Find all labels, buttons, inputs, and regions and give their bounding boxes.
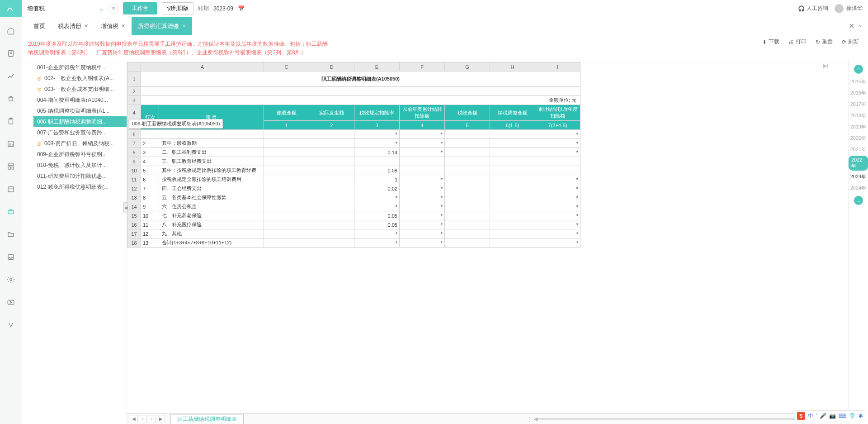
cell[interactable]	[490, 166, 535, 175]
cell[interactable]: 11	[141, 220, 159, 229]
cell[interactable]	[445, 220, 490, 229]
cell[interactable]: 金额单位: 元	[141, 96, 580, 105]
year-2015年[interactable]: 2015年	[850, 76, 866, 87]
cell[interactable]: 7(2+4-5)	[535, 121, 580, 130]
cell[interactable]: 合计(1+3+4+7+8+9+10+11+12)	[159, 238, 264, 248]
spreadsheet[interactable]: A C D E F G H I 1职工薪酬纳税调整明细表(A105050)23金…	[127, 62, 580, 248]
cell[interactable]: 税收金额	[445, 105, 490, 121]
cell[interactable]: 九、其他	[159, 229, 264, 238]
cell[interactable]	[445, 184, 490, 193]
cell[interactable]: 五、各类基本社会保障性缴款	[159, 193, 264, 202]
cell[interactable]	[159, 130, 264, 139]
sheet-nav-last-icon[interactable]: ▶	[157, 415, 165, 423]
cell[interactable]: 13	[127, 193, 141, 202]
col-header[interactable]: F	[400, 62, 445, 71]
nav-v-icon[interactable]	[0, 315, 22, 335]
cell[interactable]: *	[535, 193, 580, 202]
cell[interactable]	[490, 202, 535, 211]
cell[interactable]: 3	[127, 96, 141, 105]
cell[interactable]: 其中：按税收规定比例扣除的职工教育经费	[159, 166, 264, 175]
form-list-item[interactable]: 010-免税、减计收入及加计...	[33, 160, 127, 171]
year-2016年[interactable]: 2016年	[850, 88, 866, 98]
col-header[interactable]: C	[264, 62, 309, 71]
nav-inbox-icon[interactable]	[0, 247, 22, 267]
cell[interactable]: *	[400, 238, 445, 248]
cell[interactable]: 12	[127, 184, 141, 193]
cell[interactable]	[535, 166, 580, 175]
cell[interactable]	[490, 238, 535, 248]
product-selector[interactable]: 增值税 ⌄	[27, 5, 104, 13]
cell[interactable]	[490, 157, 535, 166]
period-value[interactable]: 2023-09	[213, 5, 233, 12]
cell[interactable]: 6	[141, 175, 159, 184]
form-list-item[interactable]: 012-减免所得税优惠明细表(...	[33, 181, 127, 192]
cell[interactable]: *	[535, 229, 580, 238]
cell[interactable]	[309, 220, 354, 229]
year-2023年[interactable]: 2023年	[850, 172, 866, 182]
ime-keyboard-icon[interactable]: ⌨	[839, 413, 846, 419]
cell[interactable]	[264, 139, 309, 148]
cell[interactable]: 11	[127, 175, 141, 184]
ime-skin-icon[interactable]: 👕	[849, 413, 856, 419]
nav-chart-icon[interactable]	[0, 66, 22, 86]
cell[interactable]: 七、补充养老保险	[159, 211, 264, 220]
year-2022年[interactable]: 2022年	[849, 156, 868, 171]
cell[interactable]: 5	[445, 121, 490, 130]
cell[interactable]	[309, 238, 354, 248]
cell[interactable]: 7	[127, 139, 141, 148]
col-header[interactable]: D	[309, 62, 354, 71]
workbench-button[interactable]: 工作台	[123, 2, 157, 14]
year-2017年[interactable]: 2017年	[850, 99, 866, 110]
cell[interactable]: *	[400, 130, 445, 139]
nav-settings-icon[interactable]	[0, 270, 22, 290]
cell[interactable]: 账载金额	[264, 105, 309, 121]
cell[interactable]	[490, 193, 535, 202]
print-button[interactable]: 🖨打印	[788, 38, 807, 46]
cell[interactable]	[490, 175, 535, 184]
cell[interactable]	[400, 157, 445, 166]
year-2019年[interactable]: 2019年	[850, 122, 866, 132]
ime-camera-icon[interactable]: 📷	[829, 413, 836, 419]
cell[interactable]: *	[400, 148, 445, 157]
ime-tool-icon[interactable]: ✱	[859, 413, 863, 419]
year-2018年[interactable]: 2018年	[850, 110, 866, 121]
cell[interactable]: *	[535, 130, 580, 139]
cell[interactable]	[264, 238, 309, 248]
cell[interactable]: *	[354, 130, 400, 139]
cell[interactable]: 0.02	[354, 184, 400, 193]
ime-lang[interactable]: 中	[808, 412, 813, 420]
tab-more-icon[interactable]: ⌄	[858, 22, 863, 30]
cell[interactable]	[354, 157, 400, 166]
nav-tax-icon[interactable]	[0, 202, 22, 222]
cell[interactable]: 3	[354, 121, 400, 130]
tab-增值税[interactable]: 增值税✕	[94, 17, 132, 35]
cell[interactable]: *	[535, 175, 580, 184]
switch-old-button[interactable]: 切到旧版	[162, 2, 193, 14]
cell[interactable]: 10	[141, 211, 159, 220]
cell[interactable]	[400, 166, 445, 175]
ime-mic-icon[interactable]: 🎤	[820, 413, 826, 419]
cell[interactable]: *	[354, 229, 400, 238]
cell[interactable]	[490, 211, 535, 220]
collapse-icon[interactable]: ≡	[108, 4, 118, 14]
col-header[interactable]: E	[354, 62, 400, 71]
cell[interactable]: 2	[141, 139, 159, 148]
cell[interactable]: 4	[141, 157, 159, 166]
cell[interactable]: *	[354, 139, 400, 148]
cell[interactable]: 17	[127, 229, 141, 238]
cell[interactable]: *	[354, 202, 400, 211]
form-list-item[interactable]: 005-纳税调整项目明细表(A1...	[33, 105, 127, 116]
cell[interactable]	[309, 148, 354, 157]
ime-toolbar[interactable]: S 中 ' 🎤 📷 ⌨ 👕 ✱	[795, 410, 865, 421]
cell[interactable]: 累计结转以后年度扣除额	[535, 105, 580, 121]
close-icon[interactable]: ✕	[182, 23, 186, 29]
cell[interactable]	[490, 130, 535, 139]
year-2020年[interactable]: 2020年	[850, 133, 866, 143]
cell[interactable]: *	[400, 175, 445, 184]
nav-clipboard-icon[interactable]	[0, 111, 22, 131]
col-header[interactable]: G	[445, 62, 490, 71]
form-list-item[interactable]: 004-期间费用明细表(A1040...	[33, 95, 127, 105]
cell[interactable]	[445, 193, 490, 202]
collapse-panel-handle[interactable]: ◀	[123, 202, 128, 213]
cell[interactable]: 1	[354, 175, 400, 184]
